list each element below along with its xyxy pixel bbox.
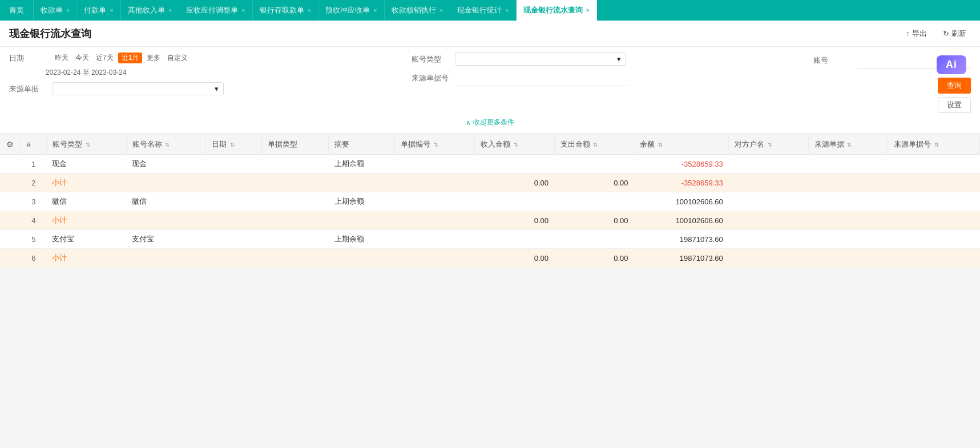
th-counterparty[interactable]: 对方户名 ⇅ xyxy=(729,135,809,155)
th-no: # xyxy=(21,135,46,155)
close-icon[interactable]: × xyxy=(66,7,70,14)
nav-tab-shoukuan[interactable]: 收款单 × xyxy=(34,0,77,21)
td-doc-no xyxy=(395,192,475,211)
sort-icon: ⇅ xyxy=(658,142,663,148)
refresh-button[interactable]: ↻ 刷新 xyxy=(938,26,971,41)
td-summary: 上期余额 xyxy=(329,155,395,173)
td-expense xyxy=(554,192,634,211)
th-balance[interactable]: 余额 ⇅ xyxy=(634,135,729,155)
sort-icon: ⇅ xyxy=(165,142,170,148)
td-expense: 0.00 xyxy=(554,249,634,268)
td-doc-type xyxy=(261,192,329,211)
table-body: 1 现金 现金 上期余额 -3528659.33 2 小计 0.00 0.00 … xyxy=(0,155,980,268)
th-account-name[interactable]: 账号名称 ⇅ xyxy=(126,135,206,155)
td-gear-cell xyxy=(0,155,21,173)
date-btn-yesterday[interactable]: 昨天 xyxy=(53,53,71,63)
close-icon[interactable]: × xyxy=(308,7,311,14)
collapse-button[interactable]: ∧ 收起更多条件 xyxy=(9,115,971,127)
data-table: ⚙ # 账号类型 ⇅ 账号名称 ⇅ 日期 ⇅ 单据类型 摘要 单据编号 ⇅ 收入… xyxy=(0,135,980,268)
nav-tab-yushouchong[interactable]: 预收冲应收单 × xyxy=(318,0,384,21)
table-row: 3 微信 微信 上期余额 100102606.60 xyxy=(0,192,980,211)
data-table-wrapper: ⚙ # 账号类型 ⇅ 账号名称 ⇅ 日期 ⇅ 单据类型 摘要 单据编号 ⇅ 收入… xyxy=(0,135,980,268)
td-income xyxy=(474,155,554,173)
export-icon: ↑ xyxy=(906,29,910,38)
source-doc-no-label: 来源单据号 xyxy=(412,73,449,83)
td-doc-type xyxy=(261,211,329,230)
nav-home[interactable]: 首页 xyxy=(0,0,34,21)
date-btn-1month[interactable]: 近1月 xyxy=(118,53,143,63)
close-icon[interactable]: × xyxy=(241,7,245,14)
th-expense[interactable]: 支出金额 ⇅ xyxy=(554,135,634,155)
td-account-name: 支付宝 xyxy=(126,230,206,249)
td-source-doc xyxy=(808,192,888,211)
sort-icon: ⇅ xyxy=(934,142,939,148)
td-gear-cell xyxy=(0,211,21,230)
nav-tab-yingshoutiaozheng[interactable]: 应收应付调整单 × xyxy=(179,0,252,21)
td-no: 1 xyxy=(21,155,46,173)
gear-icon[interactable]: ⚙ xyxy=(6,140,14,149)
close-icon[interactable]: × xyxy=(439,7,443,14)
th-income[interactable]: 收入金额 ⇅ xyxy=(474,135,554,155)
td-account-name xyxy=(126,211,206,230)
td-balance: -3528659.33 xyxy=(634,155,729,173)
query-button[interactable]: 查询 xyxy=(938,78,971,94)
nav-tab-xianjinliushui[interactable]: 现金银行流水查询 × xyxy=(517,0,597,21)
th-account-type[interactable]: 账号类型 ⇅ xyxy=(46,135,126,155)
td-summary: 上期余额 xyxy=(329,192,395,211)
td-doc-type xyxy=(261,173,329,192)
account-label: 账号 xyxy=(813,55,848,66)
nav-tab-yinhangcunqu[interactable]: 银行存取款单 × xyxy=(253,0,318,21)
sort-icon: ⇅ xyxy=(230,142,235,148)
td-account-name xyxy=(126,173,206,192)
td-gear-cell xyxy=(0,173,21,192)
td-source-doc xyxy=(808,211,888,230)
td-counterparty xyxy=(729,173,809,192)
close-icon[interactable]: × xyxy=(586,7,590,14)
td-no: 4 xyxy=(21,211,46,230)
date-btn-7days[interactable]: 近7天 xyxy=(94,53,116,63)
th-source-doc-no[interactable]: 来源单据号 ⇅ xyxy=(888,135,980,155)
chevron-down-icon: ▾ xyxy=(617,55,621,63)
ai-badge[interactable]: Ai xyxy=(937,55,966,74)
td-balance: 19871073.60 xyxy=(634,230,729,249)
account-type-label: 账号类型 xyxy=(412,54,446,64)
close-icon[interactable]: × xyxy=(505,7,509,14)
export-button[interactable]: ↑ 导出 xyxy=(902,26,932,41)
td-balance: -3528659.33 xyxy=(634,173,729,192)
source-doc-label: 来源单据 xyxy=(9,84,43,94)
th-date[interactable]: 日期 ⇅ xyxy=(206,135,262,155)
date-btn-more[interactable]: 更多 xyxy=(144,53,163,63)
close-icon[interactable]: × xyxy=(168,7,172,14)
td-source-doc-no xyxy=(888,192,980,211)
td-doc-no xyxy=(395,211,475,230)
td-no: 3 xyxy=(21,192,46,211)
th-doc-no[interactable]: 单据编号 ⇅ xyxy=(395,135,475,155)
th-gear[interactable]: ⚙ xyxy=(0,135,21,155)
sort-icon: ⇅ xyxy=(434,142,438,148)
td-gear-cell xyxy=(0,230,21,249)
td-balance: 100102606.60 xyxy=(634,192,729,211)
td-expense: 0.00 xyxy=(554,173,634,192)
nav-tab-xianjintongji[interactable]: 现金银行统计 × xyxy=(450,0,516,21)
td-summary: 上期余额 xyxy=(329,230,395,249)
td-doc-type xyxy=(261,155,329,173)
table-row: 4 小计 0.00 0.00 100102606.60 xyxy=(0,211,980,230)
page-title: 现金银行流水查询 xyxy=(9,27,91,41)
td-account-type: 小计 xyxy=(46,173,126,192)
td-doc-no xyxy=(395,155,475,173)
nav-tab-fukuan[interactable]: 付款单 × xyxy=(77,0,120,21)
account-type-select[interactable]: ▾ xyxy=(455,53,626,66)
source-doc-select[interactable]: ▾ xyxy=(53,82,224,95)
source-doc-no-input[interactable] xyxy=(458,72,623,84)
date-btn-custom[interactable]: 自定义 xyxy=(165,53,190,63)
nav-tab-qitashouru[interactable]: 其他收入单 × xyxy=(121,0,179,21)
nav-tab-shoukuanhexiao[interactable]: 收款核销执行 × xyxy=(385,0,450,21)
td-no: 5 xyxy=(21,230,46,249)
settings-button[interactable]: 设置 xyxy=(938,97,971,113)
close-icon[interactable]: × xyxy=(110,7,113,14)
td-account-type: 小计 xyxy=(46,211,126,230)
th-source-doc[interactable]: 来源单据 ⇅ xyxy=(808,135,888,155)
td-income: 0.00 xyxy=(474,249,554,268)
date-btn-today[interactable]: 今天 xyxy=(73,53,91,63)
close-icon[interactable]: × xyxy=(373,7,377,14)
